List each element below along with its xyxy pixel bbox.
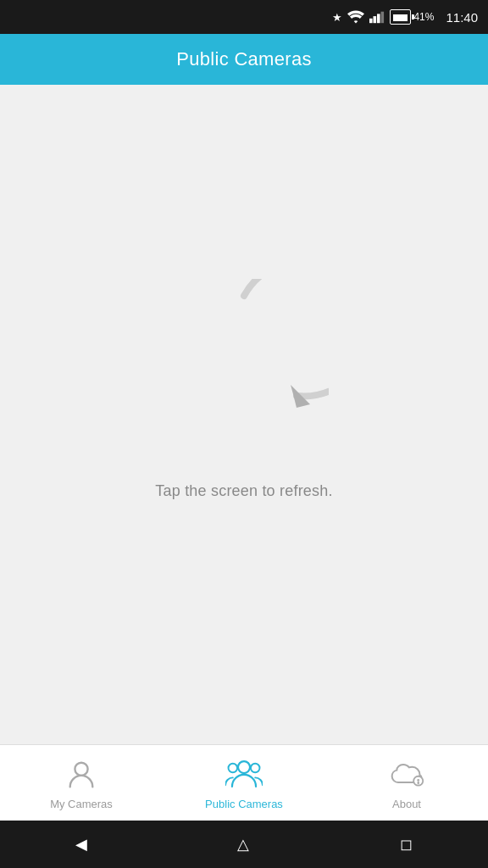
- star-icon: ★: [332, 11, 342, 24]
- app-bar-title: Public Cameras: [176, 48, 311, 70]
- svg-point-5: [75, 763, 87, 776]
- recents-button[interactable]: ◻: [400, 835, 413, 854]
- my-cameras-icon: [63, 755, 100, 793]
- status-icons: ★ 41%: [332, 9, 434, 25]
- svg-rect-2: [377, 14, 380, 23]
- wifi-icon: [347, 10, 364, 24]
- about-icon: [388, 755, 425, 793]
- svg-rect-1: [374, 16, 377, 23]
- svg-point-8: [238, 761, 250, 773]
- refresh-icon-wrapper: [159, 279, 329, 448]
- refresh-icon: [159, 279, 329, 448]
- nav-label-my-cameras: My Cameras: [50, 798, 113, 810]
- svg-rect-3: [381, 12, 385, 24]
- battery-icon: 41%: [390, 9, 434, 25]
- home-button[interactable]: △: [237, 835, 249, 854]
- signal-icon: [369, 10, 385, 24]
- system-nav-bar: ◀ △ ◻: [0, 821, 488, 868]
- nav-item-public-cameras[interactable]: Public Cameras: [163, 755, 325, 810]
- nav-label-public-cameras: Public Cameras: [205, 798, 283, 810]
- app-bar: Public Cameras: [0, 34, 488, 85]
- main-content[interactable]: Tap the screen to refresh.: [0, 85, 488, 744]
- svg-point-11: [417, 779, 419, 782]
- svg-point-7: [251, 764, 260, 773]
- nav-item-my-cameras[interactable]: My Cameras: [0, 755, 163, 810]
- refresh-hint: Tap the screen to refresh.: [155, 482, 332, 500]
- back-button[interactable]: ◀: [75, 835, 87, 854]
- svg-rect-12: [418, 782, 419, 785]
- nav-label-about: About: [392, 798, 421, 810]
- nav-item-about[interactable]: About: [325, 755, 488, 810]
- svg-rect-0: [369, 19, 373, 23]
- refresh-container: Tap the screen to refresh.: [155, 279, 332, 500]
- status-time: 11:40: [446, 10, 478, 25]
- bottom-nav: My Cameras Public Cameras: [0, 744, 488, 821]
- status-bar: ★ 41% 11:40: [0, 0, 488, 34]
- svg-point-6: [229, 764, 238, 773]
- public-cameras-icon: [225, 755, 263, 793]
